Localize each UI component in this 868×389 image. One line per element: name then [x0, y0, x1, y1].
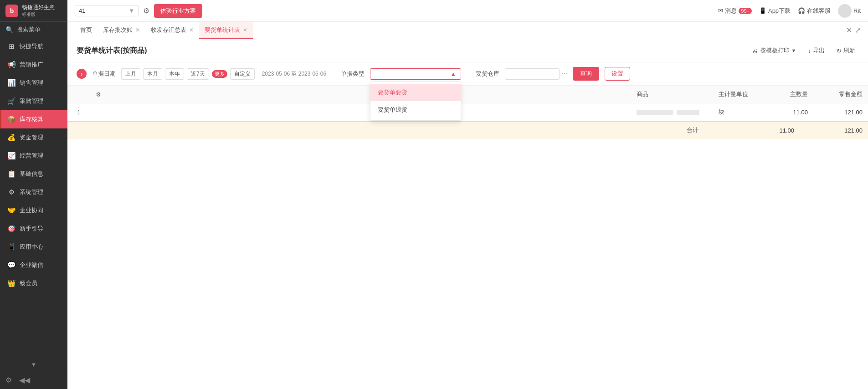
col-header-qty: 主数量 [759, 86, 813, 103]
cell-product [631, 103, 713, 121]
tab-home-label: 首页 [80, 26, 92, 34]
online-support-button[interactable]: 🎧 在线客服 [798, 7, 831, 15]
sidebar-item-sales[interactable]: 📊 销售管理 [0, 74, 67, 92]
type-chevron-icon: ▲ [450, 71, 456, 77]
print-button[interactable]: 🖨 按模板打印 ▼ [749, 45, 800, 56]
sidebar-item-wechat[interactable]: 💬 企业微信 [0, 256, 67, 274]
sidebar-item-system[interactable]: ⚙ 系统管理 [0, 183, 67, 201]
sidebar-item-appcenter[interactable]: 📱 应用中心 [0, 238, 67, 256]
sidebar-item-label: 企业协同 [20, 206, 43, 215]
guide-icon: 🎯 [7, 224, 16, 233]
filter-expand-button[interactable]: › [77, 69, 87, 79]
type-option-return[interactable]: 要货单退货 [370, 101, 461, 118]
last-month-btn[interactable]: 上月 [121, 68, 140, 80]
refresh-icon: ↻ [837, 47, 842, 54]
user-profile[interactable]: Rit [838, 4, 861, 18]
col-header-unit: 主计量单位 [713, 86, 759, 103]
warehouse-input[interactable] [505, 68, 560, 80]
setting-button[interactable]: 设置 [605, 67, 630, 81]
sidebar-scroll-down[interactable]: ▼ [0, 358, 67, 371]
print-label: 按模板打印 [760, 46, 790, 55]
export-button[interactable]: ↓ 导出 [805, 45, 829, 56]
sidebar-logo: b 畅捷通好生意 标准版 [0, 0, 67, 22]
refresh-button[interactable]: ↻ 刷新 [833, 45, 859, 56]
tab-receivable-summary[interactable]: 收发存汇总表 ✕ [145, 22, 199, 39]
phone-icon: 📱 [759, 7, 766, 14]
tab-inventory-batch[interactable]: 库存批次账 ✕ [98, 22, 145, 39]
inventory-icon: 📦 [7, 115, 16, 124]
query-button[interactable]: 查询 [573, 67, 599, 81]
last-7days-btn[interactable]: 近7天 [187, 68, 209, 80]
cell-unit: 块 [713, 103, 759, 121]
footer-qty: 11.00 [740, 127, 794, 134]
tab-inventory-batch-close[interactable]: ✕ [135, 27, 140, 33]
type-filter-label: 单据类型 [341, 70, 365, 78]
table-container: ⚙ 商品 主计量单位 主数量 零售金额 1 [67, 86, 868, 121]
app-edition: 标准版 [22, 11, 55, 18]
warehouse-filter-label: 要货仓库 [476, 70, 499, 78]
tab-home[interactable]: 首页 [75, 22, 98, 39]
tabs-bar: 首页 库存批次账 ✕ 收发存汇总表 ✕ 要货单统计表 ✕ ✕ ⤢ [67, 22, 868, 39]
tab-expand-icon[interactable]: ⤢ [855, 26, 861, 35]
sidebar-item-shortcut[interactable]: ⊞ 快捷导航 [0, 37, 67, 56]
purchase-icon: 🛒 [7, 97, 16, 106]
message-icon: ✉ [718, 7, 723, 14]
system-icon: ⚙ [7, 188, 16, 197]
this-year-btn[interactable]: 本年 [165, 68, 184, 80]
sidebar-item-label: 系统管理 [20, 188, 43, 196]
tab-requisition-stats[interactable]: 要货单统计表 ✕ [199, 22, 253, 39]
page-content: 要货单统计表(按商品) 🖨 按模板打印 ▼ ↓ 导出 ↻ 刷新 [67, 39, 868, 389]
store-selector[interactable]: 41 ▼ [75, 5, 139, 16]
messages-button[interactable]: ✉ 消息 99+ [718, 7, 752, 15]
col-header-amount: 零售金额 [813, 86, 868, 103]
sidebar-item-inventory[interactable]: 📦 库存核算 [0, 110, 67, 128]
operations-icon: 📈 [7, 151, 16, 160]
sidebar-item-guide[interactable]: 🎯 新手引导 [0, 220, 67, 238]
cell-gear [90, 103, 631, 121]
settings-icon[interactable]: ⚙ [5, 376, 12, 384]
header-right-area: ✉ 消息 99+ 📱 App下载 🎧 在线客服 Rit [718, 4, 861, 18]
sidebar-item-finance[interactable]: 💰 资金管理 [0, 128, 67, 147]
footer-label: 合计 [687, 126, 699, 134]
sidebar-item-label: 企业微信 [20, 261, 43, 269]
sidebar-item-enterprise[interactable]: 🤝 企业协同 [0, 201, 67, 220]
column-settings-icon[interactable]: ⚙ [96, 91, 101, 98]
sidebar-item-label: 采购管理 [20, 97, 43, 105]
store-dropdown-chevron: ▼ [128, 7, 134, 14]
sales-icon: 📊 [7, 78, 16, 87]
tab-requisition-stats-close[interactable]: ✕ [243, 27, 247, 33]
footer-amount: 121.00 [808, 127, 863, 134]
sidebar-search[interactable]: 🔍 搜索菜单 [0, 22, 67, 37]
marketing-icon: 📢 [7, 60, 16, 69]
type-select-box[interactable]: ▲ [370, 68, 461, 80]
this-month-btn[interactable]: 本月 [143, 68, 162, 80]
sidebar-item-marketing[interactable]: 📢 营销推广 [0, 56, 67, 74]
sidebar-item-basic[interactable]: 📋 基础信息 [0, 165, 67, 183]
more-options-btn[interactable]: ··· [561, 70, 567, 78]
sidebar-item-label: 畅会员 [20, 279, 37, 287]
custom-date-btn[interactable]: 自定义 [230, 68, 255, 80]
header-gear-icon[interactable]: ⚙ [143, 6, 149, 15]
sidebar-item-label: 资金管理 [20, 133, 43, 142]
tab-receivable-summary-close[interactable]: ✕ [189, 27, 194, 33]
finance-icon: 💰 [7, 133, 16, 142]
sidebar-item-label: 新手引导 [20, 225, 43, 233]
collapse-sidebar-icon[interactable]: ◀◀ [19, 376, 30, 384]
sidebar-item-purchase[interactable]: 🛒 采购管理 [0, 92, 67, 110]
type-option-requisition[interactable]: 要货单要货 [370, 84, 461, 101]
tab-inventory-batch-label: 库存批次账 [103, 26, 133, 34]
app-download-button[interactable]: 📱 App下载 [759, 7, 791, 15]
trial-button[interactable]: 体验行业方案 [154, 4, 202, 18]
more-date-badge[interactable]: 更多 [212, 70, 227, 78]
tab-close-all-icon[interactable]: ✕ [846, 26, 852, 35]
sidebar-item-operations[interactable]: 📈 经营管理 [0, 147, 67, 165]
sidebar-item-member[interactable]: 👑 畅会员 [0, 274, 67, 292]
sidebar-nav: ⊞ 快捷导航 📢 营销推广 📊 销售管理 🛒 采购管理 📦 库存核算 💰 资金管… [0, 37, 67, 358]
filter-row: › 单据日期 上月 本月 本年 近7天 更多 自定义 2023-05-06 至 … [77, 67, 859, 81]
cell-amount: 121.00 [813, 103, 868, 121]
col-header-gear[interactable]: ⚙ [90, 86, 631, 103]
sidebar-search-label: 搜索菜单 [17, 26, 41, 34]
page-header: 要货单统计表(按商品) 🖨 按模板打印 ▼ ↓ 导出 ↻ 刷新 [67, 39, 868, 62]
refresh-label: 刷新 [843, 46, 855, 55]
messages-badge: 99+ [739, 8, 752, 14]
